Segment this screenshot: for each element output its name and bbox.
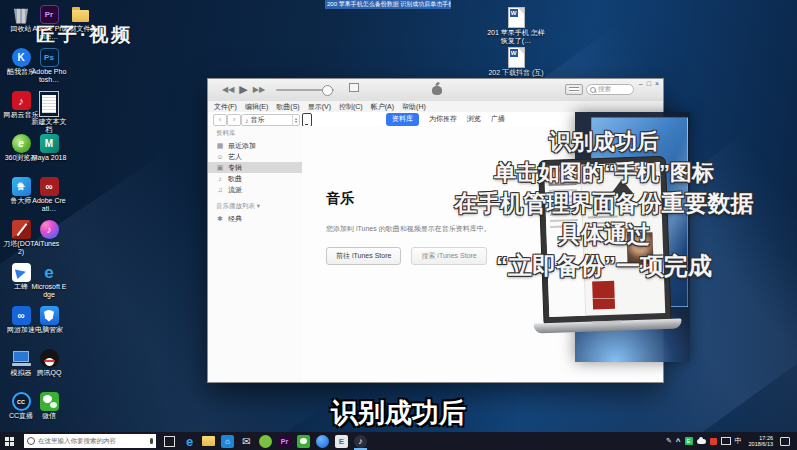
menu-edit[interactable]: 编辑(E) (245, 102, 268, 112)
sidebar-library-header: 资料库 (208, 126, 302, 140)
taskbar-search-input[interactable]: 在这里输入你要搜索的内容 (24, 434, 156, 448)
tab-library[interactable]: 资料库 (386, 113, 419, 126)
play-icon[interactable]: ▶ (239, 83, 247, 96)
caption-line: 识别成功后 (428, 126, 780, 157)
itunes-search-input[interactable]: 搜索 (586, 84, 634, 95)
menu-file[interactable]: 文件(F) (214, 102, 237, 112)
taskbar-clock[interactable]: 17:26 2018/6/13 (749, 435, 773, 448)
grid-icon: ▦ (216, 142, 224, 150)
menu-view[interactable]: 显示(V) (308, 102, 331, 112)
artist-icon: ☺ (216, 153, 224, 160)
taskbar-store-icon[interactable]: ⌂ (221, 435, 234, 448)
next-icon[interactable]: ▶▶ (253, 85, 265, 94)
ludashi-icon: 鲁 (12, 177, 31, 196)
caption-line: “立即备份”一项完成 (428, 250, 780, 281)
album-cover-red (592, 281, 615, 310)
desktop-icon-itunes[interactable]: ♪iTunes (31, 220, 67, 248)
menu-song[interactable]: 歌曲(S) (276, 102, 299, 112)
close-button[interactable]: × (655, 80, 659, 88)
windows-logo-icon (5, 437, 9, 441)
start-button[interactable] (0, 432, 24, 450)
sidebar-item-artists[interactable]: ☺艺人 (208, 151, 302, 162)
device-phone-icon[interactable] (302, 113, 312, 127)
task-view-button[interactable] (164, 436, 175, 447)
desktop-icon-photoshop[interactable]: PsAdobe Photosh… (31, 48, 67, 84)
tray-expand-icon[interactable]: ^ (676, 437, 681, 446)
notification-center-icon[interactable] (780, 437, 790, 446)
netease-music-icon: ♪ (12, 91, 31, 110)
taskbar-blue-app-icon[interactable] (316, 435, 329, 448)
desktop-icon-qq[interactable]: 腾讯QQ (31, 349, 67, 377)
song-icon: ♪ (216, 175, 224, 182)
qq-icon (40, 349, 59, 368)
maximize-button[interactable]: □ (647, 80, 651, 88)
tray-cloud-icon[interactable] (697, 439, 706, 444)
chevron-down-icon: ▾ (257, 202, 260, 209)
bird-app-icon (12, 263, 31, 282)
desktop-icon-maya[interactable]: MMaya 2018 (31, 134, 67, 162)
taskbar-itunes-icon[interactable]: ♪ (354, 435, 367, 448)
sidebar-playlists-header[interactable]: 音乐播放列表 ▾ (208, 199, 302, 213)
dota2-icon (12, 220, 31, 239)
sidebar-item-recently-added[interactable]: ▦最近添加 (208, 140, 302, 151)
album-icon: ▣ (216, 164, 224, 172)
desktop-icon-pc-manager[interactable]: 电脑管家 (31, 306, 67, 334)
back-button[interactable]: ‹ (213, 114, 227, 126)
desktop-doc-201[interactable]: 201 苹果手机 怎样恢复了(… (487, 7, 545, 45)
browser-icon: e (12, 134, 31, 153)
tab-radio[interactable]: 广播 (491, 114, 505, 124)
selected-filename[interactable]: 200 苹果手机怎么备份数据 识别成功后单击手机图标备份(互) (325, 0, 451, 9)
tab-browse[interactable]: 浏览 (467, 114, 481, 124)
itunes-titlebar[interactable]: ◀◀ ▶ ▶▶ 搜索 – □ × (208, 79, 663, 102)
menu-controls[interactable]: 控制(C) (339, 102, 363, 112)
caption-line: 在手机管理界面备份重要数据 (428, 188, 780, 219)
taskbar-edge-icon[interactable]: e (183, 435, 196, 448)
menu-help[interactable]: 帮助(H) (402, 102, 426, 112)
sidebar-item-songs[interactable]: ♪歌曲 (208, 173, 302, 184)
playback-controls[interactable]: ◀◀ ▶ ▶▶ (222, 83, 265, 96)
taskbar-premiere-icon[interactable]: Pr (278, 435, 291, 448)
ime-indicator[interactable]: 中 (735, 436, 742, 446)
menu-account[interactable]: 帐户(A) (371, 102, 394, 112)
forward-button[interactable]: › (227, 114, 241, 126)
taskbar-wechat-icon[interactable] (297, 435, 310, 448)
tray-red-app-icon[interactable] (710, 438, 717, 445)
sidebar-item-playlist[interactable]: ✱经典 (208, 213, 302, 224)
text-document-icon (39, 91, 59, 117)
genre-icon: ♫ (216, 186, 224, 193)
desktop-doc-202[interactable]: 202 下载抖音 (互) (487, 47, 545, 77)
taskbar-green-app-icon[interactable] (259, 435, 272, 448)
windows-ink-icon[interactable]: ✎ (666, 437, 672, 445)
miniplayer-icon[interactable] (349, 83, 359, 92)
go-to-itunes-store-button[interactable]: 前往 iTunes Store (326, 247, 401, 265)
caption-line: 单击如图的“手机”图标 (428, 157, 780, 188)
maya-icon: M (40, 134, 59, 153)
word-doc-icon (508, 47, 525, 68)
dropdown-arrows-icon: ▴▾ (292, 115, 299, 125)
cortana-icon (27, 437, 35, 445)
desktop-icon-text-doc[interactable]: 新建文本文档 (31, 91, 67, 134)
taskbar-doc-app-icon[interactable]: E (335, 435, 348, 448)
volume-knob[interactable] (322, 85, 333, 96)
up-next-list-icon[interactable] (565, 84, 583, 95)
music-note-icon: ♪ (245, 117, 249, 124)
taskbar-mail-icon[interactable]: ✉ (240, 435, 253, 448)
taskbar-explorer-icon[interactable] (202, 436, 215, 446)
media-kind-dropdown[interactable]: ♪ 音乐 ▴▾ (241, 114, 300, 126)
sidebar-item-albums[interactable]: ▣专辑 (208, 162, 302, 173)
desktop-icon-creative-cloud[interactable]: ∞Adobe Creati… (31, 177, 67, 213)
desktop-icon-edge[interactable]: eMicrosoft Edge (31, 263, 67, 299)
network-icon[interactable] (721, 437, 731, 445)
sidebar-item-genres[interactable]: ♫流派 (208, 184, 302, 195)
system-tray: ✎ ^ E 中 17:26 2018/6/13 (666, 435, 792, 448)
minimize-button[interactable]: – (639, 80, 643, 88)
taskbar: 在这里输入你要搜索的内容 e ⌂ ✉ Pr E ♪ ✎ ^ E 中 17:26 (0, 432, 797, 450)
search-placeholder: 搜索 (598, 85, 611, 94)
tray-green-app-icon[interactable]: E (685, 437, 693, 445)
search-icon (590, 87, 596, 93)
tab-for-you[interactable]: 为你推荐 (429, 114, 457, 124)
edge-icon: e (40, 263, 59, 282)
previous-icon[interactable]: ◀◀ (222, 85, 234, 94)
recycle-bin-icon (12, 5, 31, 24)
window-controls: – □ × (639, 80, 659, 88)
